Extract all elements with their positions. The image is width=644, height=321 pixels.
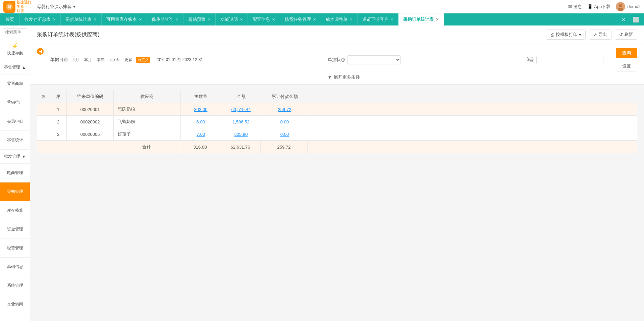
tab-kuyong[interactable]: 可用量库存账本 ✕ [102,13,147,25]
sidebar-search-area [0,25,30,39]
workspace-selector[interactable]: 母婴行业演示账套 ▾ [37,4,77,10]
row-qty[interactable]: 7.00 [181,128,221,141]
tab-baozhi[interactable]: 保质期查询 ✕ [147,13,183,25]
sidebar-item-basic[interactable]: 基础信息 [0,258,30,276]
window-restore-btn[interactable]: ⬜ [631,16,641,23]
sidebar-item-enterprise[interactable]: 企业协同 [0,295,30,314]
tab-caigou[interactable]: 采购订单统计表 ✕ [398,13,444,25]
print-btn[interactable]: 🖨 按模板打印 ▾ [546,30,586,40]
row-qty[interactable]: 6.00 [181,116,221,128]
user-area[interactable]: demo2 [616,2,641,11]
row-amount[interactable]: 1,586.52 [221,116,261,128]
date-range-display: 2016-01-01 至 2023-12-31 [156,57,203,63]
layout: ⚡ 快捷导航 零售管理 ▲ 零售商城 营销推广 会员中心 零售统计 批发管理 ▼… [0,25,644,321]
sidebar-item-marketing[interactable]: 营销推广 [0,93,30,112]
col-paid: 累计付款金额 [261,90,308,103]
shortcut-more[interactable]: 更多 [123,56,134,63]
svg-point-3 [619,4,622,7]
row-paid[interactable]: 0.00 [261,116,308,128]
tab-chengben[interactable]: 成本调整单 ✕ [321,13,358,25]
footer-extra [308,141,637,153]
filter-area: ◀ 单据日期 上月 本月 本年 近7天 更多 自定义 [30,44,644,85]
col-code: 往来单位编码 [67,90,114,103]
table-footer-row: 合计 316.00 62,631.76 259.72 [37,141,637,153]
refresh-btn[interactable]: ↺ 刷新 [615,30,637,40]
sidebar-item-retail-shop[interactable]: 零售商城 [0,74,30,93]
tab-close-icon[interactable]: ✕ [208,17,211,22]
wholesale-label: 批发管理 [4,154,20,159]
message-btn[interactable]: ✉ 消息 [568,4,582,10]
tab-shoufa[interactable]: 收发存汇总表 ✕ [20,13,61,25]
setting-btn[interactable]: 设置 [616,61,637,71]
tab-peizhi[interactable]: 配置信息 ✕ [248,13,280,25]
shortcut-icon: ⚡ [12,43,18,49]
sidebar-item-system[interactable]: 系统管理 [0,276,30,295]
sidebar-item-wholesale[interactable]: 批发管理 ▼ [0,150,30,164]
sidebar-item-retail-mgmt[interactable]: 零售管理 ▲ [0,60,30,74]
sidebar-item-inventory[interactable]: 库存核算 [0,201,30,220]
print-dropdown-icon: ▾ [579,32,581,37]
window-close-btn[interactable]: ✕ [620,16,628,23]
tab-close-icon[interactable]: ✕ [390,17,393,22]
retail-mgmt-label: 零售管理 [4,64,20,70]
settings-gear-icon[interactable]: ⚙ [41,94,46,99]
main-content: 采购订单统计表(按供应商) 🖨 按模板打印 ▾ ↗ 导出 ↺ 刷新 [30,25,644,321]
sidebar-item-shortcut[interactable]: ⚡ 快捷导航 [0,39,30,60]
sidebar-item-member[interactable]: 会员中心 [0,112,30,131]
row-qty[interactable]: 303.00 [181,103,221,116]
row-amount[interactable]: 60,519.44 [221,103,261,116]
tab-close-icon[interactable]: ✕ [272,17,275,22]
sidebar-item-retail-stats[interactable]: 零售统计 [0,131,30,150]
sidebar-item-purchase[interactable]: 采购管理 [0,182,30,201]
app-download-label: App下载 [594,4,610,10]
sidebar-item-ecommerce[interactable]: 电商管理 [0,164,30,182]
row-paid[interactable]: 0.00 [261,128,308,141]
row-paid[interactable]: 259.72 [261,103,308,116]
tab-close-icon[interactable]: ✕ [350,17,353,22]
tab-close-icon[interactable]: ✕ [240,17,243,22]
wholesale-arrow: ▼ [22,154,26,159]
sidebar-item-newbie[interactable]: 新手引导 [0,314,30,321]
tab-close-icon[interactable]: ✕ [53,17,56,22]
table-area: ⚙ 序 往来单位编码 供应商 主数量 金额 累计付款金额 1 00020001 [30,85,644,159]
footer-settings-cell [37,141,49,153]
col-no: 序 [50,90,67,103]
tab-close-icon[interactable]: ✕ [175,17,178,22]
tab-close-icon[interactable]: ✕ [139,17,142,22]
tab-yaoqing[interactable]: 邀请下游客户 ✕ [358,13,398,25]
tab-yaohuo[interactable]: 要货单统计表 ✕ [61,13,102,25]
shortcut-last-month[interactable]: 上月 [70,56,80,63]
row-amount[interactable]: 525.80 [221,128,261,141]
tab-gongneng[interactable]: 功能说明 ✕ [216,13,248,25]
query-btn[interactable]: 查询 [616,48,637,58]
footer-qty: 316.00 [180,141,220,153]
col-amount: 金额 [221,90,261,103]
tab-jianhuo[interactable]: 拣货任务管理 ✕ [280,13,321,25]
table-row: 1 00020001 惠氏奶粉 303.00 60,519.44 259.72 [37,103,637,116]
search-input[interactable] [3,28,27,36]
export-btn[interactable]: ↗ 导出 [589,30,611,40]
shortcut-7days[interactable]: 近7天 [108,56,121,63]
filter-collapse-btn[interactable]: ◀ [37,48,44,55]
svg-point-4 [618,8,623,11]
shortcut-this-year[interactable]: 本年 [95,56,106,63]
sidebar-item-finance[interactable]: 资金管理 [0,220,30,239]
app-download-btn[interactable]: 📱 App下载 [587,4,610,10]
goods-input[interactable] [536,56,603,64]
tab-home[interactable]: 首页 [0,13,20,25]
goods-more-icon[interactable]: ... [607,57,610,62]
tab-close-active-icon[interactable]: ✕ [436,17,439,22]
tab-close-icon[interactable]: ✕ [94,17,97,22]
export-icon: ↗ [593,32,597,37]
tab-chaoc[interactable]: 超储预警 ✕ [183,13,216,25]
row-extra [308,103,637,116]
sidebar-item-ops[interactable]: 经营管理 [0,239,30,258]
status-select[interactable] [347,55,401,64]
refresh-icon: ↺ [619,32,623,37]
shortcut-this-month[interactable]: 本月 [83,56,93,63]
tab-close-icon[interactable]: ✕ [313,17,316,22]
date-shortcuts: 上月 本月 本年 近7天 更多 自定义 [70,56,150,63]
footer-amount: 62,631.76 [220,141,261,153]
row-extra [308,128,637,141]
expand-more-btn[interactable]: ▼ 展开更多条件 [50,74,637,80]
